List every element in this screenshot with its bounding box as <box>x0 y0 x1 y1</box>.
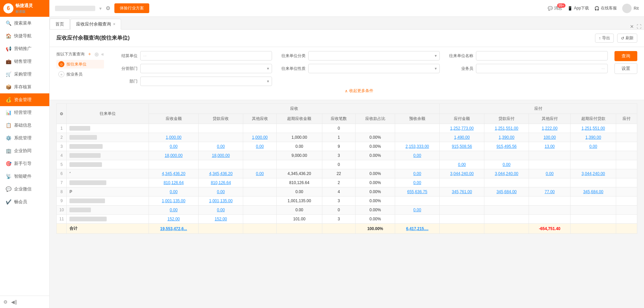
sidebar-item-purchase[interactable]: 🛒 采购管理 <box>0 68 49 81</box>
refresh-button[interactable]: ↺ 刷新 <box>617 34 637 43</box>
tab-ar-query-label: 应收应付余额查询 <box>76 21 111 27</box>
sidebar-collapse-icon[interactable]: ◀‖ <box>11 299 17 305</box>
filter-label-partner-type: 往来单位性质 <box>279 66 306 72</box>
sidebar-menu: 🔍 搜索菜单 🏠 快捷导航 📢 营销推广 💼 销售管理 🛒 采购管理 📦 <box>0 17 49 296</box>
footer-label: 合计 <box>67 224 149 234</box>
app-download-label: App下载 <box>574 5 589 11</box>
footer-ar-ratio: 100.00% <box>356 224 395 234</box>
sidebar-item-label: 企业协同 <box>14 148 32 154</box>
filter-input-partner-category[interactable]: ▾ <box>308 51 440 60</box>
search-menu-icon: 🔍 <box>5 20 11 26</box>
filter-input-settlement[interactable]: ··· <box>140 51 272 60</box>
filter-input-branch-dept[interactable]: ▾ <box>140 77 272 86</box>
filter-dots-salesman: ··· <box>601 66 605 71</box>
solution-button[interactable]: 体验行业方案 <box>114 3 149 13</box>
export-button[interactable]: ↑ 导出 <box>595 34 614 43</box>
by-salesman-option[interactable]: ○ 按业务员 <box>56 70 104 79</box>
inventory-icon: 📦 <box>5 84 11 90</box>
table-footer: 合计 19,553,472,6... 100.00% 6,417,215....… <box>57 224 637 234</box>
app-logo: 6 畅捷通灵 标准版 <box>0 0 49 17</box>
footer-ar-loan <box>199 224 243 234</box>
add-filter-icon[interactable]: ＋ <box>87 51 92 57</box>
footer-ap-other: -654,751.40 <box>529 224 571 234</box>
by-partner-icon: ⊙ <box>58 61 64 67</box>
app-download-button[interactable]: 📱 App下载 <box>568 5 589 11</box>
header-settings-icon[interactable]: ⚙ <box>106 5 110 11</box>
tab-close-window-icon[interactable]: ✕ <box>630 24 634 29</box>
partner-cell: P <box>67 187 149 196</box>
sidebar-item-guide[interactable]: 🎯 新手引导 <box>0 157 49 170</box>
app-download-icon: 📱 <box>568 6 573 11</box>
sidebar-item-quicknav[interactable]: 🏠 快捷导航 <box>0 30 49 42</box>
sidebar-item-operation[interactable]: 📊 经营管理 <box>0 106 49 119</box>
sidebar-gear-icon[interactable]: ⚙ <box>3 299 8 305</box>
tab-home[interactable]: 首页 <box>50 18 70 29</box>
table-gear-header[interactable]: ⚙ <box>57 104 67 124</box>
sidebar-item-hardware[interactable]: 📡 智能硬件 <box>0 170 49 183</box>
sidebar-item-search[interactable]: 🔍 搜索菜单 <box>0 17 49 30</box>
col-ar-amount: 应收金额 <box>149 114 198 124</box>
sidebar-item-label: 畅会员 <box>14 199 27 205</box>
service-icon: 🎧 <box>594 6 599 11</box>
app-edition: 标准版 <box>15 9 33 14</box>
table-body: 1████████01,252,773.001,251,551.001,222.… <box>57 124 637 224</box>
footer-ar-amount: 19,553,472,6... <box>149 224 198 234</box>
sidebar-item-basic[interactable]: 📋 基础信息 <box>0 119 49 132</box>
sidebar-item-wechat[interactable]: 💬 企业微信 <box>0 183 49 195</box>
by-partner-label: 按往来单位 <box>66 61 87 67</box>
table-row: 11████████152.00152.00101.0030.00% <box>57 215 637 224</box>
breadcrumb-expand-icon[interactable]: ▾ <box>99 6 102 11</box>
message-button[interactable]: 💬 消息 99+ <box>548 5 562 11</box>
marketing-icon: 📢 <box>5 46 11 52</box>
online-service-button[interactable]: 🎧 在线客服 <box>594 5 617 11</box>
sidebar-item-label: 企业微信 <box>14 186 32 192</box>
sidebar-item-finance[interactable]: 💰 资金管理 <box>0 93 49 106</box>
collapse-filter-icon[interactable]: « <box>101 51 104 57</box>
avatar <box>622 4 632 13</box>
filter-input-partner-name[interactable] <box>476 51 608 60</box>
col-ar-overdue: 超期应收金额 <box>276 114 322 124</box>
sidebar-item-system[interactable]: ⚙️ 系统管理 <box>0 132 49 144</box>
filter-input-partner-type[interactable]: ▾ <box>308 64 440 73</box>
sidebar-item-sales[interactable]: 💼 销售管理 <box>0 55 49 68</box>
filter-label-salesman: 业务员 <box>446 66 473 72</box>
tab-close-icon[interactable]: × <box>113 22 115 27</box>
sidebar-item-label: 资金管理 <box>14 97 32 103</box>
tab-fullscreen-icon[interactable]: ⛶ <box>637 24 641 29</box>
collapse-up-icon: ∧ <box>345 89 348 93</box>
table-row: 7████████810,126.64810,126.64810,126.642… <box>57 178 637 187</box>
target-filter-icon[interactable]: ◎ <box>95 51 99 57</box>
header-right: 💬 消息 99+ 📱 App下载 🎧 在线客服 Rit <box>548 4 639 13</box>
sidebar-item-enterprise[interactable]: 🏢 企业协同 <box>0 144 49 157</box>
table-row: 10████████0.000.000.0000.00%0.00 <box>57 206 637 215</box>
setting-button[interactable]: 设置 <box>614 63 637 74</box>
by-partner-option[interactable]: ⊙ 按往来单位 <box>56 60 104 69</box>
partner-cell: ████████ <box>67 178 149 187</box>
filter-field-partner-name: 往来单位名称 <box>446 51 608 60</box>
footer-ar-prepay: 6,417,215.... <box>395 224 439 234</box>
filter-input-salesman[interactable]: ··· <box>476 64 608 73</box>
filter-label-settlement: 结算单位 <box>111 53 138 59</box>
table-row: 5████████00.000.00 <box>57 160 637 169</box>
query-button[interactable]: 查询 <box>614 51 637 61</box>
sidebar-item-label: 库存核算 <box>14 84 32 90</box>
filter-label-partner-name: 往来单位名称 <box>446 53 473 59</box>
table-ap-group-header: 应付 <box>440 104 637 114</box>
sidebar-bottom: ⚙ ◀‖ <box>0 296 49 308</box>
sidebar-item-label: 快捷导航 <box>14 33 32 39</box>
operation-icon: 📊 <box>5 109 11 116</box>
sidebar-item-marketing[interactable]: 📢 营销推广 <box>0 42 49 55</box>
sidebar-item-label: 营销推广 <box>14 46 32 52</box>
sidebar-item-label: 系统管理 <box>14 135 32 141</box>
enterprise-icon: 🏢 <box>5 148 11 154</box>
tab-ar-query[interactable]: 应收应付余额查询 × <box>70 19 121 30</box>
sidebar-item-label: 基础信息 <box>14 122 32 128</box>
filter-input-dept[interactable]: ▾ <box>140 64 272 73</box>
sidebar-item-inventory[interactable]: 📦 库存核算 <box>0 81 49 93</box>
table-ar-group-header: 应收 <box>149 104 439 114</box>
refresh-icon: ↺ <box>621 36 624 41</box>
partner-cell: ████████ <box>67 142 149 151</box>
sidebar-item-member[interactable]: ✔️ 畅会员 <box>0 195 49 208</box>
filter-collapse-button[interactable]: ∧ 收起更多条件 <box>111 86 608 96</box>
user-area: Rit <box>622 4 639 13</box>
